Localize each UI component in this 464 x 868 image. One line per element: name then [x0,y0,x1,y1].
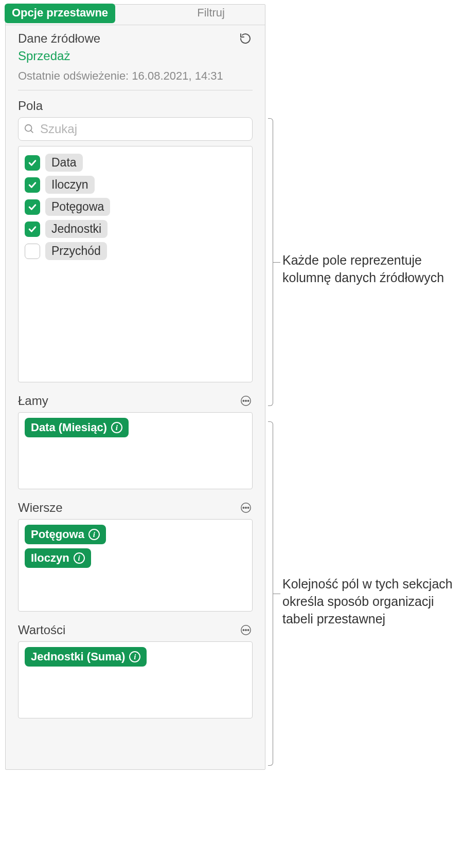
svg-point-8 [245,507,247,509]
columns-dropzone[interactable]: Data (Miesiąc) i [18,412,253,489]
field-checkbox-potegowa[interactable] [25,199,40,215]
columns-label: Łamy [18,394,48,408]
field-checkbox-przychod[interactable] [25,244,40,259]
svg-point-7 [243,507,244,509]
source-table-name[interactable]: Sprzedaż [18,49,253,63]
svg-point-13 [247,630,249,631]
callout-zones-text: Kolejność pól w tych sekcjach określa sp… [282,576,457,627]
field-pill-jednostki[interactable]: Jednostki [45,220,108,238]
values-label: Wartości [18,623,65,637]
last-refreshed-text: Ostatnie odświeżenie: 16.08.2021, 14:31 [18,69,253,83]
rows-label: Wiersze [18,501,63,515]
chip-jednostki-suma[interactable]: Jednostki (Suma) i [25,647,147,667]
columns-more-button[interactable] [239,394,253,408]
fields-search[interactable] [18,117,253,141]
fields-label: Pola [18,99,253,113]
fields-list: Data Iloczyn Potęgowa Jednostki Przychód [18,146,253,382]
values-dropzone[interactable]: Jednostki (Suma) i [18,641,253,718]
svg-line-1 [31,131,33,133]
field-row: Potęgowa [24,196,247,218]
field-pill-iloczyn[interactable]: Iloczyn [45,176,95,194]
chip-label: Data (Miesiąc) [31,421,107,434]
chip-label: Jednostki (Suma) [31,650,125,663]
pivot-options-panel: Opcje przestawne Filtruj Dane źródłowe S… [5,4,265,770]
info-icon[interactable]: i [111,422,122,433]
rows-more-button[interactable] [239,501,253,514]
info-icon[interactable]: i [74,552,85,564]
tab-filter[interactable]: Filtruj [188,5,234,23]
search-icon [24,123,35,135]
more-icon [240,502,252,513]
svg-point-0 [25,125,32,132]
tab-pivot-options[interactable]: Opcje przestawne [5,4,115,23]
field-row: Data [24,152,247,174]
field-pill-data[interactable]: Data [45,154,83,172]
svg-point-12 [245,630,247,631]
divider [18,90,253,90]
chip-label: Iloczyn [31,551,69,565]
chip-data-miesiac[interactable]: Data (Miesiąc) i [25,418,129,437]
values-more-button[interactable] [239,623,253,637]
field-checkbox-jednostki[interactable] [25,221,40,237]
more-icon [240,624,252,636]
search-input[interactable] [39,121,247,137]
field-row: Przychód [24,240,247,262]
source-data-title: Dane źródłowe [18,31,100,46]
field-pill-potegowa[interactable]: Potęgowa [45,198,110,216]
chip-iloczyn[interactable]: Iloczyn i [25,548,91,568]
svg-point-11 [243,630,244,631]
callout-fields-text: Każde pole reprezentuje kolumnę danych ź… [282,252,457,287]
svg-point-9 [247,507,249,509]
svg-point-4 [245,400,247,402]
tabs: Opcje przestawne Filtruj [6,5,265,25]
field-checkbox-iloczyn[interactable] [25,177,40,193]
callout-zones: Kolejność pól w tych sekcjach określa sp… [268,421,458,771]
svg-point-3 [243,400,244,402]
field-checkbox-data[interactable] [25,155,40,171]
field-row: Iloczyn [24,174,247,196]
chip-potegowa[interactable]: Potęgowa i [25,525,106,544]
rows-dropzone[interactable]: Potęgowa i Iloczyn i [18,519,253,612]
more-icon [240,395,252,407]
refresh-button[interactable] [238,31,253,46]
chip-label: Potęgowa [31,528,84,541]
svg-point-5 [247,400,249,402]
info-icon[interactable]: i [129,651,140,662]
field-pill-przychod[interactable]: Przychód [45,242,107,260]
info-icon[interactable]: i [88,529,100,540]
field-row: Jednostki [24,218,247,240]
refresh-icon [239,32,252,45]
callout-fields: Każde pole reprezentuje kolumnę danych ź… [268,118,458,411]
